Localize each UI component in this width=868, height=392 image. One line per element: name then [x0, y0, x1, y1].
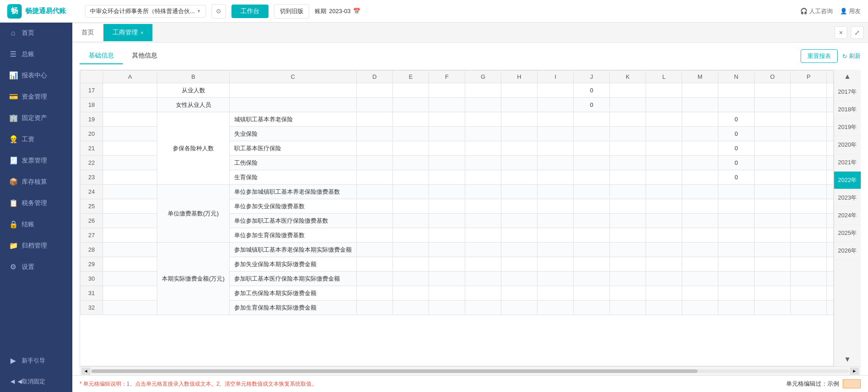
cell-data[interactable]: 0 [718, 127, 755, 141]
cell-c[interactable]: 参加失业保险本期实际缴费金额 [230, 257, 357, 272]
cell-data[interactable] [791, 185, 827, 199]
cell-data[interactable] [755, 228, 791, 243]
cell-data[interactable] [393, 170, 429, 185]
reset-button[interactable]: 重置报表 [801, 49, 838, 63]
cell-data[interactable] [791, 170, 827, 185]
cell-data[interactable] [755, 301, 791, 315]
cell-data[interactable] [646, 112, 682, 127]
cell-data[interactable] [718, 185, 755, 199]
cell-data[interactable] [429, 141, 465, 156]
cell-data[interactable] [574, 141, 610, 156]
cell-data[interactable] [465, 199, 501, 214]
cell-data[interactable] [465, 83, 501, 98]
cell-data[interactable] [827, 156, 834, 170]
cell-data[interactable] [791, 141, 827, 156]
cell-data[interactable] [646, 83, 682, 98]
cell-a[interactable] [103, 170, 157, 185]
cell-data[interactable] [429, 156, 465, 170]
cell-data[interactable] [465, 170, 501, 185]
cell-a[interactable] [103, 214, 157, 228]
cell-data[interactable] [791, 272, 827, 286]
cell-data[interactable] [646, 214, 682, 228]
cell-data[interactable] [501, 301, 538, 315]
cell-data[interactable] [574, 156, 610, 170]
cell-b[interactable]: 参保各险种人数 [157, 112, 230, 185]
cell-data[interactable] [682, 243, 718, 257]
sidebar-item-tax[interactable]: 📋 税务管理 [0, 192, 72, 214]
year-item[interactable]: 2020年 [834, 136, 861, 154]
cell-data[interactable] [755, 257, 791, 272]
table-row[interactable]: 18女性从业人员0 [80, 98, 834, 112]
cell-data[interactable] [538, 257, 574, 272]
cell-data[interactable] [429, 214, 465, 228]
cell-data[interactable] [610, 286, 646, 301]
cell-a[interactable] [103, 185, 157, 199]
copy-button[interactable]: ⊙ [212, 4, 226, 19]
cell-b[interactable]: 单位缴费基数(万元) [157, 185, 230, 243]
tab-bizmanage[interactable]: 工商管理 × [104, 24, 153, 41]
cell-data[interactable] [827, 301, 834, 315]
sidebar-item-payroll[interactable]: 👷 工资 [0, 129, 72, 150]
cell-data[interactable] [465, 185, 501, 199]
cell-data[interactable] [538, 98, 574, 112]
cell-data[interactable] [718, 199, 755, 214]
cell-data[interactable] [357, 257, 393, 272]
cell-data[interactable] [465, 127, 501, 141]
cell-data[interactable] [610, 98, 646, 112]
cell-data[interactable] [501, 286, 538, 301]
cell-data[interactable] [791, 83, 827, 98]
cell-data[interactable] [682, 272, 718, 286]
cell-data[interactable] [465, 141, 501, 156]
cell-data[interactable] [610, 127, 646, 141]
cell-data[interactable] [827, 243, 834, 257]
cell-data[interactable] [538, 228, 574, 243]
cell-data[interactable] [393, 257, 429, 272]
tab-close-icon[interactable]: × [141, 30, 143, 35]
cell-data[interactable] [357, 214, 393, 228]
cell-data[interactable] [610, 272, 646, 286]
cell-data[interactable] [574, 272, 610, 286]
cell-c[interactable] [230, 98, 357, 112]
cell-data[interactable] [429, 257, 465, 272]
cell-data[interactable] [718, 98, 755, 112]
cell-data[interactable] [791, 199, 827, 214]
cell-data[interactable] [755, 83, 791, 98]
cell-data[interactable] [393, 214, 429, 228]
cell-a[interactable] [103, 141, 157, 156]
cell-c[interactable]: 工伤保险 [230, 156, 357, 170]
cell-data[interactable] [755, 170, 791, 185]
company-selector[interactable]: 中审众环会计师事务所（特殊普通合伙... ▼ [85, 5, 206, 18]
tab-home[interactable]: 首页 [72, 24, 104, 41]
cell-c[interactable]: 单位参加城镇职工基本养老保险缴费基数 [230, 185, 357, 199]
cell-data[interactable] [357, 156, 393, 170]
cell-data[interactable] [755, 156, 791, 170]
cell-data[interactable]: 0 [574, 98, 610, 112]
cell-data[interactable] [791, 214, 827, 228]
cell-a[interactable] [103, 272, 157, 286]
cell-data[interactable] [465, 214, 501, 228]
cell-data[interactable] [827, 257, 834, 272]
year-item[interactable]: 2025年 [834, 225, 861, 242]
year-nav-down-button[interactable]: ▼ [834, 353, 861, 366]
bottom-scroll-area[interactable]: ◄ ► [80, 366, 861, 375]
cell-data[interactable] [465, 301, 501, 315]
cell-a[interactable] [103, 257, 157, 272]
cell-data[interactable] [755, 286, 791, 301]
cell-data[interactable] [755, 127, 791, 141]
cell-data[interactable] [646, 141, 682, 156]
cell-c[interactable]: 生育保险 [230, 170, 357, 185]
cell-data[interactable] [429, 286, 465, 301]
cell-data[interactable] [357, 112, 393, 127]
cell-data[interactable] [393, 112, 429, 127]
sidebar-item-closing[interactable]: 🔒 结账 [0, 214, 72, 235]
cell-data[interactable] [574, 170, 610, 185]
cell-data[interactable] [827, 185, 834, 199]
cell-data[interactable] [393, 141, 429, 156]
cell-data[interactable] [429, 112, 465, 127]
cell-data[interactable] [574, 257, 610, 272]
tab-expand-button[interactable]: ⤢ [851, 26, 863, 39]
old-version-button[interactable]: 切到旧版 [274, 4, 309, 19]
cell-data[interactable] [357, 228, 393, 243]
cell-data[interactable] [465, 228, 501, 243]
table-row[interactable]: 24单位缴费基数(万元)单位参加城镇职工基本养老保险缴费基数 [80, 185, 834, 199]
